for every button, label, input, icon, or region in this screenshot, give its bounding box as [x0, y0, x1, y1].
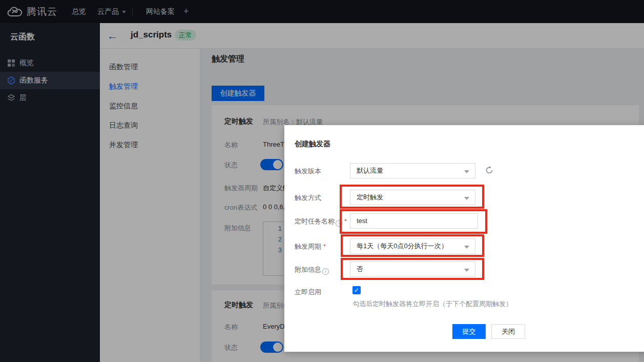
required-mark: * [323, 243, 326, 250]
chevron-down-icon [464, 170, 469, 173]
label-extra-info: 附加信息 [295, 265, 329, 275]
task-name-input[interactable]: test [350, 213, 478, 229]
screen: 腾讯云 总览 云产品 网站备案 + 云函数 概览 函数服务 层 [0, 0, 644, 362]
label-trigger-version: 触发版本 [295, 167, 321, 176]
modal-title: 创建触发器 [295, 139, 330, 149]
info-icon[interactable] [322, 268, 329, 275]
chevron-down-icon [464, 197, 469, 200]
enable-hint: 勾选后定时触发器将立即开启（于下个配置周期触发） [352, 299, 512, 309]
label-task-name: 定时任务名称* [295, 217, 347, 227]
enable-now-checkbox[interactable] [352, 286, 361, 294]
close-button[interactable]: 关闭 [491, 324, 525, 339]
label-trigger-type: 触发方式 [295, 193, 321, 203]
chevron-down-icon [464, 269, 469, 272]
create-trigger-modal: 创建触发器 触发版本 默认流量 触发方式 定时触发 定时任务名称* test 触… [284, 125, 644, 352]
info-icon[interactable] [336, 220, 342, 227]
refresh-icon[interactable] [484, 165, 495, 176]
submit-button[interactable]: 提交 [452, 324, 486, 339]
label-enable-now: 立即启用 [295, 288, 321, 297]
trigger-type-select[interactable]: 定时触发 [350, 190, 475, 205]
trigger-cycle-select[interactable]: 每1天（每天0点0分执行一次） [350, 238, 475, 254]
extra-info-select[interactable]: 否 [350, 262, 475, 277]
required-mark: * [344, 217, 347, 225]
trigger-version-select[interactable]: 默认流量 [350, 163, 475, 178]
chevron-down-icon [464, 246, 469, 249]
label-trigger-cycle: 触发周期* [295, 242, 326, 251]
